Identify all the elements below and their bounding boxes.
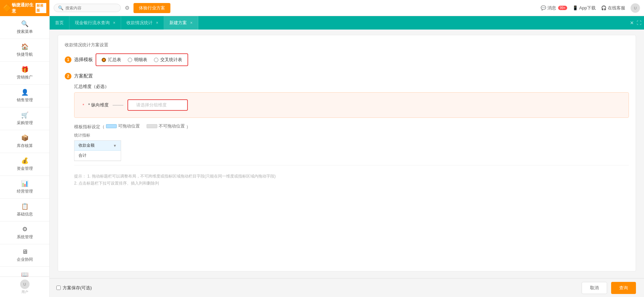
sidebar-item-marketing[interactable]: 🎁 营销推广 bbox=[0, 62, 49, 85]
tab-new-scheme[interactable]: 新建方案 × bbox=[164, 16, 198, 30]
radio-cross-input[interactable] bbox=[154, 58, 158, 62]
sidebar-item-label: 采购管理 bbox=[17, 120, 33, 126]
stats-col-header[interactable]: 收款金额 ▼ bbox=[74, 141, 121, 151]
radio-detail-input[interactable] bbox=[128, 58, 132, 62]
download-item[interactable]: 📱 App下载 bbox=[573, 5, 596, 11]
book-icon: 📖 bbox=[21, 271, 29, 277]
sidebar: 🔶 畅捷通好生意 标准版 🔍 搜索菜单 🏠 快捷导航 🎁 营销推广 👤 销售管理… bbox=[0, 0, 50, 297]
tab-minimize-icon[interactable]: ✕ bbox=[630, 20, 634, 26]
tip2: 2. 点击标题栏下拉可设置排序、插入列和删除列 bbox=[74, 181, 629, 186]
save-label: 方案保存(可选) bbox=[63, 285, 92, 291]
cancel-button[interactable]: 取消 bbox=[582, 282, 607, 294]
stats-title: 统计指标 bbox=[74, 133, 629, 138]
tabbar: 首页 现金银行流水查询 × 收款情况统计 × 新建方案 × ✕ ⛶ bbox=[50, 16, 644, 30]
dimension-placeholder: 请选择分组维度 bbox=[136, 102, 167, 108]
radio-summary[interactable]: 汇总表 bbox=[102, 57, 121, 63]
sidebar-items: 🔍 搜索菜单 🏠 快捷导航 🎁 营销推广 👤 销售管理 🛒 采购管理 📦 库存核… bbox=[0, 16, 49, 277]
app-name: 畅捷通好生意 bbox=[12, 2, 34, 14]
dimension-selector[interactable]: 请选择分组维度 bbox=[127, 99, 188, 111]
fixed-label: 不可拖动位置 bbox=[159, 123, 185, 129]
tab-home[interactable]: 首页 bbox=[50, 16, 69, 30]
template-radio-group: 汇总表 明细表 交叉统计表 bbox=[96, 53, 188, 66]
sidebar-avatar-area[interactable]: U 用户 bbox=[0, 277, 49, 297]
divider bbox=[74, 165, 629, 165]
vertical-dimension-row: * * 纵向维度 —— 请选择分组维度 bbox=[83, 99, 621, 111]
message-icon: 💬 bbox=[541, 5, 546, 10]
sidebar-item-inventory[interactable]: 📦 库存核算 bbox=[0, 130, 49, 153]
clipboard-icon: 📋 bbox=[21, 203, 29, 210]
sidebar-item-label: 企业协同 bbox=[17, 257, 33, 262]
tab-close-icon[interactable]: × bbox=[156, 20, 158, 25]
avatar[interactable]: U bbox=[631, 3, 640, 13]
topbar-right: 💬 消息 99+ 📱 App下载 🎧 在线客服 U bbox=[541, 3, 640, 13]
support-item[interactable]: 🎧 在线客服 bbox=[601, 5, 625, 11]
sidebar-item-finance[interactable]: 💰 资金管理 bbox=[0, 153, 49, 176]
section-template: 1 选择模板 汇总表 明细表 交叉统计表 bbox=[65, 53, 629, 66]
sidebar-item-basic[interactable]: 📋 基础信息 bbox=[0, 199, 49, 221]
download-icon: 📱 bbox=[573, 5, 578, 10]
radio-cross[interactable]: 交叉统计表 bbox=[154, 57, 182, 63]
tab-actions: ✕ ⛶ bbox=[627, 16, 644, 30]
message-label: 消息 bbox=[547, 5, 556, 11]
sidebar-item-label: 销售管理 bbox=[17, 97, 33, 103]
stats-col-total: 合计 bbox=[74, 151, 121, 161]
radio-cross-label: 交叉统计表 bbox=[160, 57, 182, 63]
save-checkbox-label[interactable]: 方案保存(可选) bbox=[56, 285, 92, 291]
tips: 提示： 1. 拖动标题栏可以调整布局，不可跨维度或指标区域拖动栏目字段(只能在同… bbox=[74, 174, 629, 186]
query-button[interactable]: 查询 bbox=[611, 282, 636, 294]
sidebar-item-label: 快捷导航 bbox=[17, 52, 33, 57]
main-content: 收款情况统计方案设置 1 选择模板 汇总表 明细表 交 bbox=[50, 30, 644, 297]
radio-summary-input[interactable] bbox=[102, 58, 106, 62]
fixed-dot bbox=[147, 124, 157, 128]
metrics-section: 模板指标设定（ 可拖动位置 不可拖动位置 ） bbox=[74, 123, 629, 161]
sidebar-item-management[interactable]: 📊 经营管理 bbox=[0, 176, 49, 199]
sidebar-item-system[interactable]: ⚙ 系统管理 bbox=[0, 221, 49, 244]
tab-label: 现金银行流水查询 bbox=[75, 20, 110, 26]
gear-icon: ⚙ bbox=[22, 226, 28, 233]
sidebar-item-label: 基础信息 bbox=[17, 211, 33, 217]
sidebar-item-sales[interactable]: 👤 销售管理 bbox=[0, 85, 49, 107]
separator bbox=[141, 124, 145, 129]
support-icon: 🎧 bbox=[601, 5, 606, 10]
radio-detail[interactable]: 明细表 bbox=[128, 57, 147, 63]
sidebar-item-search[interactable]: 🔍 搜索菜单 bbox=[0, 16, 49, 39]
close-paren: ） bbox=[186, 124, 191, 129]
tab-label: 新建方案 bbox=[169, 20, 187, 26]
app-tag: 标准版 bbox=[35, 3, 47, 13]
message-badge: 99+ bbox=[558, 6, 567, 10]
avatar: U bbox=[20, 280, 30, 289]
draggable-legend: 可拖动位置 bbox=[106, 123, 140, 129]
cart-icon: 🛒 bbox=[21, 111, 29, 119]
download-label: App下载 bbox=[579, 5, 596, 11]
metrics-label-text: 模板指标设定（ bbox=[74, 124, 105, 129]
tab-maximize-icon[interactable]: ⛶ bbox=[637, 20, 641, 26]
sidebar-item-purchase[interactable]: 🛒 采购管理 bbox=[0, 107, 49, 130]
section2-title: 方案配置 bbox=[74, 73, 93, 79]
tab-close-icon[interactable]: × bbox=[190, 20, 193, 25]
search-box[interactable]: 🔍 bbox=[54, 4, 121, 12]
dimension-config: 汇总维度（必选） * * 纵向维度 —— 请选择分组维度 模板指标设定（ bbox=[65, 84, 629, 186]
section1-header: 1 选择模板 汇总表 明细表 交叉统计表 bbox=[65, 53, 629, 66]
message-item[interactable]: 💬 消息 99+ bbox=[541, 5, 567, 11]
stats-col-label: 收款金额 bbox=[78, 143, 95, 148]
tab-cashflow[interactable]: 现金银行流水查询 × bbox=[69, 16, 121, 30]
user-icon: 👤 bbox=[21, 89, 29, 96]
save-checkbox-input[interactable] bbox=[56, 286, 61, 290]
bottom-bar: 方案保存(可选) 取消 查询 bbox=[50, 278, 644, 297]
tab-receipt[interactable]: 收款情况统计 × bbox=[121, 16, 164, 30]
settings-icon[interactable]: ⚙ bbox=[125, 5, 129, 11]
stats-table: 收款金额 ▼ 合计 bbox=[74, 140, 121, 161]
bottom-actions: 取消 查询 bbox=[582, 282, 644, 294]
tab-label: 首页 bbox=[55, 20, 64, 26]
box-icon: 📦 bbox=[21, 134, 29, 142]
dropdown-icon[interactable]: ▼ bbox=[113, 144, 117, 148]
gift-icon: 🎁 bbox=[21, 66, 29, 73]
sidebar-item-collab[interactable]: 🖥 企业协同 bbox=[0, 244, 49, 267]
sidebar-item-guide[interactable]: 📖 新手引导 bbox=[0, 267, 49, 277]
monitor-icon: 🖥 bbox=[22, 248, 28, 255]
search-input[interactable] bbox=[65, 6, 112, 10]
tab-close-icon[interactable]: × bbox=[113, 20, 115, 25]
industry-btn[interactable]: 体验行业方案 bbox=[133, 3, 170, 13]
sidebar-item-nav[interactable]: 🏠 快捷导航 bbox=[0, 39, 49, 62]
chart-icon: 📊 bbox=[21, 180, 29, 187]
